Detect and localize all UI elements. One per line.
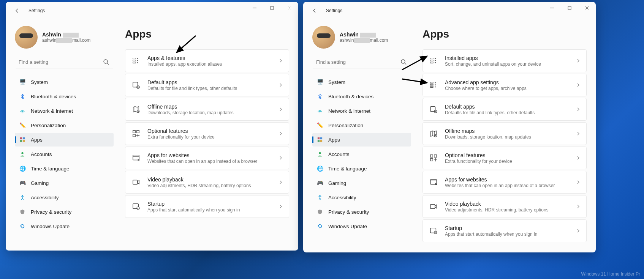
card-title: Startup bbox=[445, 225, 576, 231]
settings-card-apps-features[interactable]: Apps & featuresInstalled apps, app execu… bbox=[125, 49, 289, 72]
sidebar-item-apps[interactable]: Apps bbox=[312, 133, 411, 147]
card-title: Default apps bbox=[445, 104, 576, 110]
chevron-right-icon bbox=[576, 131, 580, 137]
sidebar-item-update[interactable]: Windows Update bbox=[312, 219, 411, 233]
settings-card-optional[interactable]: Optional featuresExtra functionality for… bbox=[422, 147, 587, 169]
sidebar-item-accounts[interactable]: Accounts bbox=[15, 147, 114, 161]
sidebar-item-apps[interactable]: Apps bbox=[15, 133, 114, 147]
svg-rect-27 bbox=[137, 131, 139, 133]
websites-icon bbox=[131, 153, 141, 162]
search-input[interactable] bbox=[16, 56, 113, 68]
chevron-right-icon bbox=[576, 82, 580, 88]
sidebar-item-accounts[interactable]: Accounts bbox=[312, 147, 411, 161]
search-icon bbox=[103, 59, 109, 65]
sidebar-item-time[interactable]: 🌐Time & language bbox=[312, 162, 411, 175]
card-title: Apps & features bbox=[147, 55, 279, 61]
svg-rect-58 bbox=[430, 87, 433, 88]
maximize-button[interactable] bbox=[263, 2, 281, 14]
settings-card-websites[interactable]: Apps for websitesWebsites that can open … bbox=[125, 147, 289, 169]
back-button[interactable] bbox=[309, 5, 320, 16]
sidebar-item-system[interactable]: 🖥️System bbox=[15, 75, 114, 89]
sidebar-item-accessibility[interactable]: Accessibility bbox=[312, 191, 411, 204]
bluetooth-icon bbox=[317, 93, 323, 99]
sidebar-item-bluetooth[interactable]: Bluetooth & devices bbox=[15, 90, 114, 103]
settings-card-offline-maps[interactable]: Offline mapsDownloads, storage location,… bbox=[422, 122, 587, 145]
settings-card-startup[interactable]: StartupApps that start automatically whe… bbox=[422, 219, 587, 242]
sidebar-item-gaming[interactable]: 🎮Gaming bbox=[15, 176, 114, 190]
svg-rect-76 bbox=[430, 205, 435, 209]
svg-point-43 bbox=[320, 112, 320, 113]
back-button[interactable] bbox=[12, 5, 22, 16]
gaming-icon: 🎮 bbox=[19, 180, 25, 186]
minimize-button[interactable] bbox=[543, 2, 561, 14]
network-icon bbox=[19, 108, 25, 114]
settings-card-startup[interactable]: StartupApps that start automatically whe… bbox=[125, 195, 289, 218]
search-input[interactable] bbox=[313, 56, 410, 68]
card-title: Installed apps bbox=[445, 55, 576, 61]
chevron-right-icon bbox=[279, 155, 283, 161]
accounts-icon bbox=[19, 151, 25, 157]
user-email: ashwinmail.com bbox=[42, 38, 90, 43]
page-title: Apps bbox=[125, 28, 289, 40]
user-profile[interactable]: Ashwin ashwinmail.com bbox=[312, 26, 411, 49]
svg-point-12 bbox=[22, 195, 23, 197]
settings-card-optional[interactable]: Optional featuresExtra functionality for… bbox=[125, 122, 289, 145]
sidebar-item-label: Privacy & security bbox=[31, 209, 71, 215]
card-subtitle: Installed apps, app execution aliases bbox=[147, 61, 279, 67]
settings-card-websites[interactable]: Apps for websitesWebsites that can open … bbox=[422, 171, 587, 194]
sidebar-item-accessibility[interactable]: Accessibility bbox=[15, 191, 114, 204]
sidebar-item-label: Bluetooth & devices bbox=[328, 94, 373, 99]
svg-line-5 bbox=[107, 63, 109, 65]
sidebar-item-system[interactable]: 🖥️System bbox=[312, 75, 411, 89]
sidebar-item-personalization[interactable]: ✏️Personalization bbox=[312, 118, 411, 132]
sidebar-item-bluetooth[interactable]: Bluetooth & devices bbox=[312, 90, 411, 103]
settings-card-default-apps[interactable]: Default appsDefaults for file and link t… bbox=[422, 98, 587, 121]
settings-card-offline-maps[interactable]: Offline mapsDownloads, storage location,… bbox=[125, 98, 289, 121]
card-subtitle: Websites that can open in an app instead… bbox=[147, 159, 279, 164]
close-button[interactable] bbox=[578, 2, 596, 14]
sidebar-item-gaming[interactable]: 🎮Gaming bbox=[312, 176, 411, 190]
sidebar-item-network[interactable]: Network & internet bbox=[312, 104, 411, 118]
card-subtitle: Websites that can open in an app instead… bbox=[445, 183, 576, 188]
sidebar-item-label: Bluetooth & devices bbox=[31, 94, 76, 99]
chevron-right-icon bbox=[576, 203, 580, 210]
sidebar-item-personalization[interactable]: ✏️Personalization bbox=[15, 118, 114, 132]
settings-card-video[interactable]: Video playbackVideo adjustments, HDR str… bbox=[125, 171, 289, 194]
time-icon: 🌐 bbox=[317, 166, 323, 172]
apps-features-icon bbox=[429, 56, 438, 65]
svg-rect-44 bbox=[318, 137, 320, 139]
user-profile[interactable]: Ashwin ashwinmail.com bbox=[15, 26, 114, 49]
settings-card-default-apps[interactable]: Default appsDefaults for file and link t… bbox=[125, 74, 289, 96]
maximize-button[interactable] bbox=[561, 2, 578, 14]
chevron-right-icon bbox=[279, 179, 283, 185]
svg-rect-71 bbox=[430, 159, 433, 161]
avatar bbox=[312, 26, 335, 49]
settings-card-apps-features[interactable]: Installed appsSort, change, and uninstal… bbox=[422, 49, 587, 72]
minimize-button[interactable] bbox=[246, 2, 263, 14]
svg-rect-70 bbox=[434, 155, 437, 157]
chevron-right-icon bbox=[576, 179, 580, 185]
settings-card-video[interactable]: Video playbackVideo adjustments, HDR str… bbox=[422, 195, 587, 218]
sidebar-item-privacy[interactable]: Privacy & security bbox=[312, 205, 411, 219]
sidebar-item-label: System bbox=[328, 79, 345, 85]
svg-point-54 bbox=[435, 60, 436, 61]
sidebar-item-update[interactable]: Windows Update bbox=[15, 219, 114, 233]
card-subtitle: Apps that start automatically when you s… bbox=[445, 232, 576, 237]
sidebar-item-time[interactable]: 🌐Time & language bbox=[15, 162, 114, 175]
close-button[interactable] bbox=[281, 2, 298, 14]
sidebar-item-label: Accounts bbox=[328, 151, 350, 157]
card-subtitle: Extra functionality for your device bbox=[147, 134, 279, 140]
sidebar-item-privacy[interactable]: Privacy & security bbox=[15, 205, 114, 219]
settings-card-apps-features[interactable]: Advanced app settingsChoose where to get… bbox=[422, 74, 587, 96]
sidebar-item-label: Time & language bbox=[31, 166, 70, 172]
personalization-icon: ✏️ bbox=[317, 122, 323, 128]
svg-rect-46 bbox=[318, 140, 320, 142]
time-icon: 🌐 bbox=[19, 166, 25, 172]
card-subtitle: Choose where to get apps, archive apps bbox=[445, 86, 576, 91]
user-email: ashwinmail.com bbox=[340, 38, 388, 43]
svg-rect-52 bbox=[430, 62, 433, 63]
sidebar-item-label: Gaming bbox=[328, 180, 346, 186]
card-title: Video playback bbox=[445, 201, 576, 207]
sidebar-item-network[interactable]: Network & internet bbox=[15, 104, 114, 118]
search-icon bbox=[400, 59, 407, 65]
